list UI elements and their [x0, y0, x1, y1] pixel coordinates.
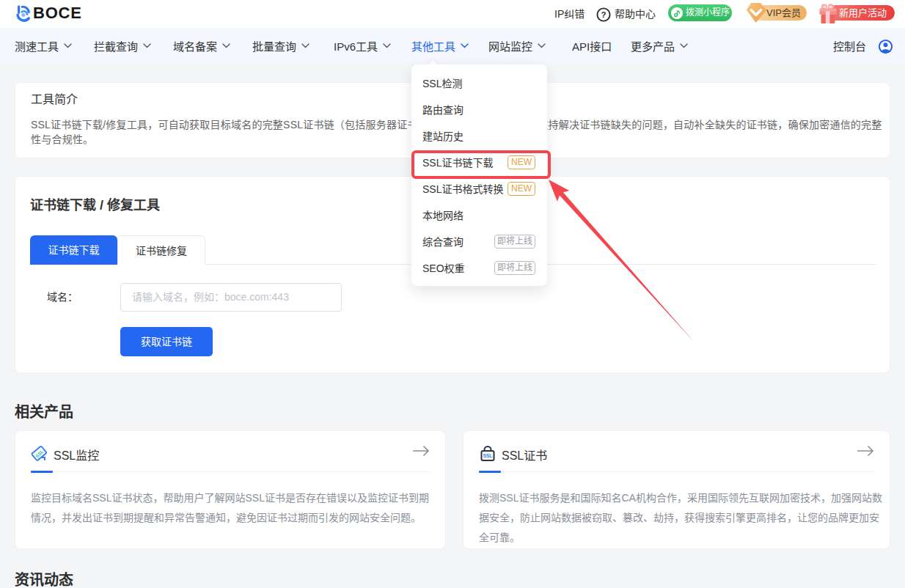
- svg-text:?: ?: [601, 10, 606, 19]
- svg-text:SSL: SSL: [483, 453, 493, 458]
